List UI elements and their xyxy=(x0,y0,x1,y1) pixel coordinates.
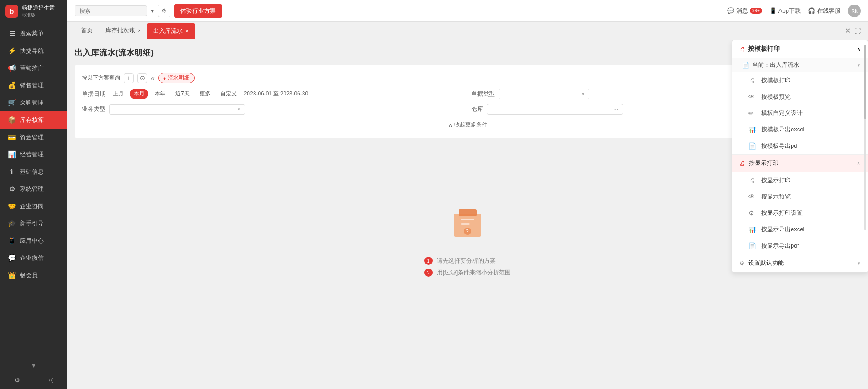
empty-steps: 1 请先选择要分析的方案 2 用[过滤]条件来缩小分析范围 xyxy=(424,255,511,279)
print-header-arrow[interactable]: ∧ xyxy=(857,46,861,53)
sidebar-item-4[interactable]: 🛒 采购管理 xyxy=(0,94,67,111)
step1-text: 请先选择要分析的方案 xyxy=(437,257,496,264)
step1: 1 请先选择要分析的方案 xyxy=(424,255,511,267)
logo-text-block: 畅捷通好生意 标准版 xyxy=(22,5,55,18)
dropdown-item-display-excel[interactable]: 📊 按显示导出excel xyxy=(732,221,868,238)
voucher-type-arrow: ▾ xyxy=(582,91,584,97)
dropdown-item-template-preview[interactable]: 👁 按模板预览 xyxy=(732,89,868,105)
sidebar-label-1: 快捷导航 xyxy=(20,47,60,55)
topbar-dropdown-btn[interactable]: ▾ xyxy=(151,7,154,14)
tab-inventory-flow-close[interactable]: × xyxy=(185,28,188,34)
sidebar-label-14: 畅会员 xyxy=(20,271,60,279)
sidebar-icon-11: 🎓 xyxy=(7,219,16,228)
search-input[interactable] xyxy=(75,5,147,16)
current-template-label: 当前：出入库流水 xyxy=(752,61,858,69)
date-btn-上月[interactable]: 上月 xyxy=(109,89,127,99)
filter-collapse-btn[interactable]: « xyxy=(151,75,155,82)
sidebar-label-9: 系统管理 xyxy=(20,185,60,193)
topbar: ▾ ⚙ 体验行业方案 💬 消息 99+ 📱 App下载 🎧 在线客服 Rit xyxy=(67,0,868,22)
sidebar-label-4: 采购管理 xyxy=(20,99,60,107)
display-pdf-label: 按显示导出pdf xyxy=(761,242,799,250)
sidebar-label-10: 企业协同 xyxy=(20,202,60,210)
warehouse-more-btn[interactable]: ··· xyxy=(614,106,618,112)
message-btn[interactable]: 💬 消息 99+ xyxy=(727,7,762,15)
sidebar-item-10[interactable]: 🤝 企业协同 xyxy=(0,198,67,215)
avatar-text: Rit xyxy=(851,8,857,14)
display-print-section-header[interactable]: 🖨 按显示打印 ∧ xyxy=(732,155,868,172)
display-print-header-label: 按显示打印 xyxy=(749,159,857,167)
sidebar-label-12: 应用中心 xyxy=(20,237,60,245)
sidebar-icon-6: 💳 xyxy=(7,133,16,141)
sidebar-item-12[interactable]: 📱 应用中心 xyxy=(0,232,67,249)
dropdown-item-template-pdf[interactable]: 📄 按模板导出pdf xyxy=(732,138,868,154)
display-print-settings-label: 按显示打印设置 xyxy=(761,209,803,217)
default-settings-header[interactable]: ⚙ 设置默认功能 ▾ xyxy=(732,254,868,272)
tab-home[interactable]: 首页 xyxy=(75,23,99,39)
service-icon: 🎧 xyxy=(808,7,815,14)
sidebar-item-6[interactable]: 💳 资金管理 xyxy=(0,129,67,146)
dropdown-item-template-excel[interactable]: 📊 按模板导出excel xyxy=(732,121,868,138)
sidebar-label-0: 搜索菜单 xyxy=(20,30,60,38)
default-settings-icon: ⚙ xyxy=(739,260,745,267)
date-btn-本年[interactable]: 本年 xyxy=(151,89,169,99)
trial-btn[interactable]: 体验行业方案 xyxy=(174,4,222,18)
voucher-type-select[interactable]: ▾ xyxy=(499,89,589,99)
sidebar-scroll-down[interactable]: ▼ xyxy=(0,360,67,371)
app-download-label: App下载 xyxy=(778,7,801,15)
date-btn-更多[interactable]: 更多 xyxy=(196,89,214,99)
current-template-dropdown[interactable]: 📄 当前：出入库流水 ▾ xyxy=(732,58,868,72)
filter-add-btn[interactable]: + xyxy=(124,73,134,83)
topbar-settings-btn[interactable]: ⚙ xyxy=(158,5,170,17)
sidebar-label-3: 销售管理 xyxy=(20,81,60,90)
tab-inventory-batch-close[interactable]: × xyxy=(138,28,140,33)
sidebar-item-0[interactable]: ☰ 搜索菜单 xyxy=(0,25,67,42)
sidebar-item-7[interactable]: 📊 经营管理 xyxy=(0,146,67,163)
scrollbar-track xyxy=(864,45,866,230)
sidebar-gear-btn[interactable]: ⚙ xyxy=(11,375,24,385)
app-version: 标准版 xyxy=(22,12,55,18)
sidebar-item-11[interactable]: 🎓 新手引导 xyxy=(0,215,67,232)
step1-circle: 1 xyxy=(424,257,433,265)
sidebar-item-14[interactable]: 👑 畅会员 xyxy=(0,267,67,284)
dropdown-item-template-print[interactable]: 🖨 按模板打印 xyxy=(732,72,868,89)
filter-settings-btn[interactable]: ⊙ xyxy=(137,73,147,83)
sidebar-icon-9: ⚙ xyxy=(7,185,16,193)
sidebar-item-9[interactable]: ⚙ 系统管理 xyxy=(0,180,67,198)
sidebar-label-6: 资金管理 xyxy=(20,133,60,141)
dropdown-item-display-pdf[interactable]: 📄 按显示导出pdf xyxy=(732,238,868,254)
dropdown-item-display-print-settings[interactable]: ⚙ 按显示打印设置 xyxy=(732,205,868,221)
window-close-btn[interactable]: ✕ xyxy=(845,26,851,35)
sidebar-item-2[interactable]: 📢 营销推广 xyxy=(0,60,67,77)
tabs-bar: 首页 库存批次账 × 出入库流水 × ✕ ⛶ xyxy=(67,22,868,40)
svg-rect-2 xyxy=(461,219,474,220)
date-btn-自定义[interactable]: 自定义 xyxy=(217,89,240,99)
window-expand-btn[interactable]: ⛶ xyxy=(854,27,861,35)
sidebar-item-5[interactable]: 📦 库存核算 xyxy=(0,111,67,129)
print-header-left: 🖨 按模板打印 xyxy=(738,45,780,53)
display-excel-label: 按显示导出excel xyxy=(761,225,804,234)
dropdown-item-display-print[interactable]: 🖨 按显示打印 xyxy=(732,172,868,189)
sidebar-item-8[interactable]: ℹ 基础信息 xyxy=(0,163,67,180)
app-download-btn[interactable]: 📱 App下载 xyxy=(769,7,801,15)
sidebar-icon-8: ℹ xyxy=(7,168,16,176)
sidebar-collapse-btn[interactable]: ⟨⟨ xyxy=(45,375,57,385)
warehouse-select[interactable]: ··· xyxy=(487,104,623,115)
filter-field-date: 单据日期 上月本月本年近7天更多自定义 2023-06-01 至 2023-06… xyxy=(82,89,464,99)
sidebar-item-3[interactable]: 💰 销售管理 xyxy=(0,77,67,94)
step2: 2 用[过滤]条件来缩小分析范围 xyxy=(424,267,511,279)
tab-inventory-flow[interactable]: 出入库流水 × xyxy=(147,23,195,39)
sidebar-item-1[interactable]: ⚡ 快捷导航 xyxy=(0,42,67,60)
user-avatar[interactable]: Rit xyxy=(848,5,861,17)
svg-text:?: ? xyxy=(466,229,469,234)
content-area: 出入库流水(流水明细) 按以下方案查询 + ⊙ « ● 流水明细 单据日期 上月… xyxy=(67,40,868,389)
filter-tag[interactable]: ● 流水明细 xyxy=(158,73,195,83)
online-service-btn[interactable]: 🎧 在线客服 xyxy=(808,7,841,15)
sidebar-item-13[interactable]: 💬 企业微信 xyxy=(0,249,67,267)
dropdown-item-display-preview[interactable]: 👁 按显示预览 xyxy=(732,189,868,205)
date-btn-近7天[interactable]: 近7天 xyxy=(172,89,193,99)
tab-inventory-batch[interactable]: 库存批次账 × xyxy=(99,23,147,39)
date-btn-本月[interactable]: 本月 xyxy=(130,89,148,99)
business-type-select[interactable]: ▾ xyxy=(109,104,245,115)
print-icon: 🖨 xyxy=(738,45,745,53)
dropdown-item-template-custom[interactable]: ✏ 模板自定义设计 xyxy=(732,105,868,121)
